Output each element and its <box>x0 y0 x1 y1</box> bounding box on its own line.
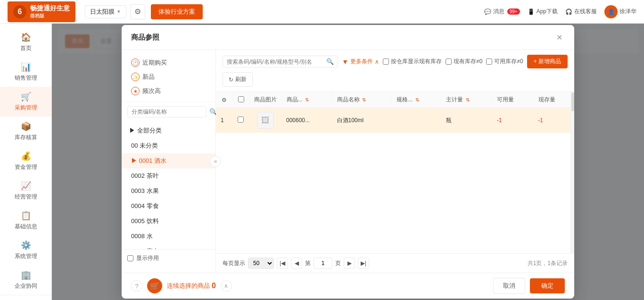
cat-snack[interactable]: 0004 零食 <box>122 199 215 214</box>
inventory-icon: 📦 <box>21 121 31 132</box>
refresh-button[interactable]: ↻ 刷新 <box>223 72 253 87</box>
filter-current-stock[interactable]: 现有库存≠0 <box>446 58 482 66</box>
sidebar-item-inventory[interactable]: 📦 库存核算 <box>0 117 51 146</box>
basic-info-icon: 📋 <box>21 210 31 221</box>
cat-snack-label: 0004 零食 <box>131 202 159 210</box>
cancel-button[interactable]: 取消 <box>493 278 525 294</box>
home-icon: 🏠 <box>21 32 31 42</box>
td-stock: -1 <box>533 108 574 133</box>
sidebar-item-home[interactable]: 🏠 首页 <box>0 27 51 57</box>
selected-label: 连续选择的商品 <box>167 282 210 290</box>
shortcut-new-label: 新品 <box>142 73 155 81</box>
scrollbar[interactable] <box>570 92 574 253</box>
modal-close-button[interactable]: ✕ <box>553 32 565 43</box>
shortcut-recent-label: 近期购买 <box>142 58 167 67</box>
cat-unclassified-label: 00 未分类 <box>131 142 158 150</box>
footer-collapse-button[interactable]: ∧ <box>221 280 232 292</box>
table-settings-icon[interactable]: ⚙ <box>222 97 227 103</box>
sidebar-bottom: 🎯 新手引导 📱 应用中心 👑 畅会员 <box>0 295 51 300</box>
th-spec-label: 规格... <box>396 96 413 103</box>
sort-unit-icon[interactable]: ⇅ <box>466 97 470 102</box>
cat-drink[interactable]: 0005 饮料 <box>122 214 215 229</box>
sort-name-icon[interactable]: ⇅ <box>362 97 366 102</box>
display-disabled-checkbox[interactable] <box>127 255 133 261</box>
logo: 6 畅捷通好生意 搭档版 <box>8 1 75 22</box>
sidebar-item-operations[interactable]: 📈 经营管理 <box>0 176 51 206</box>
warehouse-stock-checkbox[interactable] <box>383 58 389 65</box>
product-search-input[interactable] <box>227 58 324 65</box>
sidebar-item-sales[interactable]: 📊 销售管理 <box>0 57 51 87</box>
sidebar-item-enterprise[interactable]: 🏢 企业协同 <box>0 265 51 295</box>
last-page-button[interactable]: ▶| <box>358 258 369 269</box>
filter-more-label: 更多条件 <box>350 58 373 66</box>
cat-water-label: 0008 水 <box>131 232 153 241</box>
page-number-input[interactable] <box>314 258 332 269</box>
sidebar-item-finance[interactable]: 💰 资金管理 <box>0 146 51 176</box>
logo-sub: 搭档版 <box>30 13 70 19</box>
sort-spec-icon[interactable]: ⇅ <box>415 97 419 102</box>
user-profile[interactable]: 👤 徐泽华 <box>604 5 636 18</box>
current-stock-label: 现有库存≠0 <box>454 58 482 66</box>
trial-button[interactable]: 体验行业方案 <box>151 4 203 19</box>
th-code-label: 商品... <box>287 96 303 103</box>
funnel-icon: ▼ <box>342 58 348 66</box>
current-stock-checkbox[interactable] <box>446 58 452 65</box>
left-sidebar: 🏠 首页 📊 销售管理 🛒 采购管理 📦 库存核算 💰 资金管理 📈 经营管理 … <box>0 24 52 300</box>
new-product-button[interactable]: + 新增商品 <box>527 55 568 68</box>
company-selector[interactable]: 日太阳膜 ▼ <box>85 5 126 18</box>
filter-more-button[interactable]: ▼ 更多条件 ∧ <box>342 58 379 66</box>
th-available-label: 可用量 <box>497 96 514 103</box>
select-all-checkbox[interactable] <box>238 96 244 102</box>
purchase-icon: 🛒 <box>21 92 31 102</box>
available-stock-checkbox[interactable] <box>486 58 492 65</box>
sort-code-icon[interactable]: ⇅ <box>305 97 309 102</box>
th-unit: 主计量 ⇅ <box>441 92 492 108</box>
collapse-panel-button[interactable]: « <box>210 156 221 167</box>
cat-tea[interactable]: 0002 茶叶 <box>122 168 215 183</box>
sidebar-item-system[interactable]: ⚙️ 系统管理 <box>0 235 51 265</box>
message-icon: 💬 <box>484 8 491 15</box>
cat-liquor-label: ▶ 0001 酒水 <box>131 157 166 165</box>
prev-page-button[interactable]: ◀ <box>291 258 302 269</box>
settings-icon[interactable]: ⚙ <box>130 4 145 19</box>
sidebar-item-basic-info[interactable]: 📋 基础信息 <box>0 206 51 235</box>
first-page-button[interactable]: |◀ <box>277 258 288 269</box>
online-service-button[interactable]: 🎧 在线客服 <box>565 8 597 16</box>
star-icon: ★ <box>131 87 140 95</box>
page-suffix: 页 <box>335 259 341 267</box>
logo-icon: 6 <box>13 5 26 18</box>
cat-all[interactable]: ▶ 全部分类 <box>122 123 215 138</box>
system-icon: ⚙️ <box>21 240 31 250</box>
cat-appliance[interactable]: 0010 家电 <box>122 244 215 249</box>
sidebar-label-enterprise: 企业协同 <box>15 282 37 290</box>
sidebar-item-purchase[interactable]: 🛒 采购管理 <box>0 87 51 117</box>
shortcut-new[interactable]: ✨ 新品 <box>127 70 210 84</box>
search-icon[interactable]: 🔍 <box>326 58 334 65</box>
confirm-button[interactable]: 确定 <box>530 278 565 293</box>
app-download-button[interactable]: 📱 App下载 <box>528 8 558 16</box>
th-spec: 规格... ⇅ <box>392 92 441 108</box>
category-search-input[interactable] <box>127 106 206 117</box>
help-button[interactable]: ? <box>131 280 142 292</box>
cat-liquor[interactable]: ▶ 0001 酒水 <box>122 153 215 168</box>
th-checkbox <box>233 92 249 108</box>
content-area: 查询 设置 刷新 商品参照 ✕ <box>52 24 644 300</box>
messages-button[interactable]: 💬 消息 99+ <box>484 8 520 16</box>
display-disabled-label: 显示停用 <box>136 254 159 262</box>
cat-fruit[interactable]: 0003 水果 <box>122 183 215 199</box>
shortcut-frequent[interactable]: ★ 频次高 <box>127 84 210 98</box>
available-stock-label: 可用库存≠0 <box>494 58 523 66</box>
cat-water[interactable]: 0008 水 <box>122 229 215 244</box>
shortcut-recent[interactable]: 🕐 近期购买 <box>127 56 210 70</box>
filter-warehouse-stock[interactable]: 按仓库显示现有库存 <box>383 58 442 66</box>
cart-button[interactable]: 🛒 <box>147 278 162 293</box>
row-checkbox[interactable] <box>238 117 244 123</box>
table-row[interactable]: 1 🖼 000600... 白酒100ml <box>216 108 574 133</box>
next-page-button[interactable]: ▶ <box>344 258 355 269</box>
scrollbar-thumb[interactable] <box>571 92 574 111</box>
page-size-select[interactable]: 50 10 20 100 <box>248 258 274 269</box>
filter-available-stock[interactable]: 可用库存≠0 <box>486 58 523 66</box>
filter-bar: 🔍 ▼ 更多条件 ∧ 按仓库显示现有库存 <box>216 50 574 92</box>
cat-unclassified[interactable]: 00 未分类 <box>122 138 215 153</box>
category-panel: 🕐 近期购买 ✨ 新品 ★ 频次高 <box>122 50 216 273</box>
